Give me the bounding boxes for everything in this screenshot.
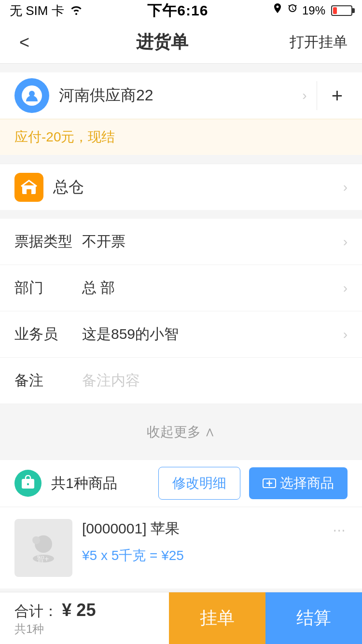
product-more-button[interactable]: ···	[331, 519, 348, 541]
svg-point-8	[32, 536, 40, 544]
warehouse-icon	[14, 173, 43, 202]
total-count: 共1种	[14, 621, 154, 637]
form-section: 票据类型 不开票 › 部门 总 部 › 业务员 这是859的小智 › 备注 备注…	[0, 219, 362, 404]
supplier-row[interactable]: 河南供应商22 › +	[0, 72, 362, 119]
supplier-avatar	[14, 78, 49, 113]
product-icon	[14, 470, 42, 497]
status-right: 19%	[272, 3, 352, 18]
wifi-icon	[69, 3, 84, 18]
warehouse-chevron-icon: ›	[343, 180, 348, 195]
supplier-chevron-icon: ›	[302, 88, 306, 103]
invoice-type-value: 不开票	[82, 232, 343, 252]
salesperson-value: 这是859的小智	[82, 324, 343, 344]
product-header: 共1种商品 修改明细 选择商品	[0, 460, 362, 506]
warehouse-name: 总仓	[53, 177, 343, 198]
department-row[interactable]: 部门 总 部 ›	[0, 265, 362, 311]
battery-percentage: 19%	[302, 4, 325, 17]
total-amount: ¥ 25	[62, 600, 96, 620]
product-price: ¥5	[82, 548, 97, 563]
svg-text:智+: 智+	[37, 555, 49, 563]
supplier-notice: 应付-20元，现结	[0, 119, 362, 155]
nav-bar: < 进货单 打开挂单	[0, 21, 362, 64]
edit-detail-button[interactable]: 修改明细	[158, 467, 240, 500]
salesperson-row[interactable]: 业务员 这是859的小智 ›	[0, 311, 362, 358]
invoice-type-label: 票据类型	[14, 232, 82, 252]
remark-row[interactable]: 备注 备注内容	[0, 358, 362, 404]
battery-icon	[331, 5, 352, 16]
remark-placeholder[interactable]: 备注内容	[82, 371, 140, 391]
warehouse-row[interactable]: 总仓 ›	[0, 164, 362, 210]
alarm-icon	[287, 3, 298, 18]
product-info: [0000001] 苹果 ¥5 x 5千克 = ¥25	[82, 519, 321, 565]
invoice-type-chevron-icon: ›	[343, 234, 348, 250]
footer-total-row: 合计： ¥ 25	[14, 600, 154, 621]
status-left: 无 SIM 卡	[10, 2, 84, 19]
department-value: 总 部	[82, 278, 343, 298]
status-time: 下午6:16	[147, 1, 208, 21]
product-count-label: 共1种商品	[51, 474, 158, 493]
location-icon	[272, 3, 283, 18]
hang-button[interactable]: 挂单	[169, 592, 265, 644]
supplier-divider	[317, 81, 317, 110]
product-thumbnail: 智+	[14, 519, 72, 577]
open-hang-button[interactable]: 打开挂单	[290, 32, 348, 52]
status-bar: 无 SIM 卡 下午6:16 19%	[0, 0, 362, 21]
total-label: 合计：	[14, 603, 58, 619]
product-qty: 5千克	[111, 548, 146, 563]
product-code: [0000001]	[82, 520, 146, 536]
select-product-button[interactable]: 选择商品	[249, 467, 348, 499]
supplier-section: 河南供应商22 › + 应付-20元，现结	[0, 72, 362, 155]
svg-rect-2	[27, 189, 31, 194]
product-multiply: x	[101, 548, 111, 563]
product-equals: =	[150, 548, 161, 563]
department-chevron-icon: ›	[343, 280, 348, 296]
footer-total: 合计： ¥ 25 共1种	[0, 600, 169, 637]
collapse-label: 收起更多 ∧	[147, 423, 216, 441]
page-title: 进货单	[136, 30, 188, 54]
collapse-toggle[interactable]: 收起更多 ∧	[0, 413, 362, 451]
product-title: 苹果	[151, 520, 180, 536]
remark-label: 备注	[14, 371, 82, 391]
add-supplier-button[interactable]: +	[327, 80, 348, 112]
supplier-name: 河南供应商22	[59, 85, 302, 106]
product-item: 智+ [0000001] 苹果 ¥5 x 5千克 = ¥25 ···	[0, 507, 362, 588]
back-button[interactable]: <	[14, 28, 34, 57]
salesperson-label: 业务员	[14, 324, 82, 344]
select-product-label: 选择商品	[280, 474, 334, 492]
warehouse-section: 总仓 ›	[0, 164, 362, 210]
product-name: [0000001] 苹果	[82, 519, 321, 539]
svg-rect-4	[27, 483, 29, 485]
salesperson-chevron-icon: ›	[343, 327, 348, 342]
avatar-icon	[22, 85, 42, 106]
checkout-button[interactable]: 结算	[265, 592, 362, 644]
footer-bar: 合计： ¥ 25 共1种 挂单 结算	[0, 592, 362, 644]
department-label: 部门	[14, 278, 82, 298]
product-calc: ¥5 x 5千克 = ¥25	[82, 546, 321, 565]
carrier-label: 无 SIM 卡	[10, 2, 64, 19]
invoice-type-row[interactable]: 票据类型 不开票 ›	[0, 219, 362, 265]
product-total: ¥25	[161, 548, 184, 563]
